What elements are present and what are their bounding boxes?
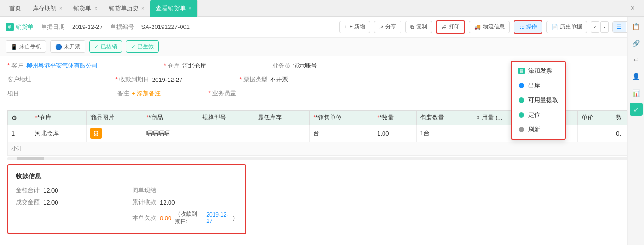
cell-unit: 台 — [310, 125, 373, 142]
print-icon: 🖨 — [441, 24, 447, 30]
transaction-label: 成交金额 — [16, 198, 40, 206]
doc-type: 单 销货单 — [6, 23, 34, 31]
logistics-button[interactable]: 🚚 物流信息 — [469, 21, 510, 33]
operations-button[interactable]: ⚏ 操作 — [514, 20, 542, 34]
cell-index: 1 — [8, 125, 31, 142]
tab-home[interactable]: 首页 — [4, 0, 27, 17]
confirmed-button[interactable]: ✓ 已核销 — [89, 40, 122, 53]
product-image: 🖼 — [90, 128, 102, 139]
dropdown-out-warehouse[interactable]: 出库 — [512, 78, 565, 93]
customer-value[interactable]: 柳州粤港平安气体有限公司 — [26, 62, 98, 70]
available-qty-label: 可用量提取 — [528, 96, 558, 104]
new-button[interactable]: + + 新增 — [339, 21, 370, 33]
th-product: **商品 — [142, 111, 198, 125]
from-phone-button[interactable]: 📱 来自手机 — [6, 40, 46, 53]
add-note-label: 添加备注 — [137, 89, 161, 97]
dropdown-add-invoice[interactable]: ▦ 添加发票 — [512, 63, 565, 78]
tab-view-sales-close[interactable]: × — [188, 6, 191, 11]
effective-label: 已生效 — [137, 43, 154, 51]
cell-pack-qty: 1台 — [416, 125, 472, 142]
cumulative-value: 12.00 — [160, 199, 175, 206]
refresh-label: 刷新 — [528, 125, 540, 134]
note-label: 备注 — [117, 89, 129, 97]
owe-prefix: （收款到期日: — [175, 210, 203, 226]
expand-icon: ⤢ — [633, 106, 639, 113]
list-view-button[interactable]: ☰ — [613, 22, 626, 32]
locate-icon — [518, 112, 525, 118]
share-button[interactable]: ↗ 分享 — [374, 21, 401, 33]
history-button[interactable]: 📄 历史单据 — [546, 21, 587, 33]
print-button[interactable]: 🖨 打印 — [436, 20, 465, 34]
scrollbar-thumb[interactable] — [17, 157, 44, 160]
add-note-icon: + — [132, 90, 136, 97]
doc-header: 单 销货单 单据日期 2019-12-27 单据编号 SA-20191227-0… — [0, 17, 644, 38]
not-open-button[interactable]: 🔵 未开票 — [50, 40, 85, 53]
invoice-icon: 🔵 — [55, 44, 62, 50]
tab-view-sales-label: 查看销货单 — [156, 4, 186, 12]
tab-sales-history-label: 销货单历史 — [109, 4, 139, 12]
payment-transaction: 成交金额 12.00 — [16, 198, 121, 206]
owe-value: 0.00 — [160, 215, 171, 222]
print-label: 打印 — [449, 23, 460, 31]
phone-icon: 📱 — [11, 44, 17, 50]
th-unit: **销售单位 — [310, 111, 373, 125]
owe-due-date: 2019-12-27 — [206, 211, 229, 224]
next-button[interactable]: › — [600, 21, 609, 33]
tab-sales[interactable]: 销货单 × — [68, 0, 103, 17]
doc-type-icon: 单 — [6, 23, 14, 31]
warehouse-label: * 仓库 — [164, 62, 180, 70]
number-value: SA-20191227-001 — [141, 23, 190, 30]
tab-view-sales[interactable]: 查看销货单 × — [150, 0, 197, 17]
copy-button[interactable]: ⧉ 复制 — [405, 21, 432, 33]
customer-label: * 客户 — [7, 62, 23, 70]
tab-inventory-label: 库存期初 — [33, 4, 56, 12]
payment-total-value: 12.00 — [43, 187, 58, 194]
second-toolbar: 📱 来自手机 🔵 未开票 ✓ 已核销 ✓ 已生效 — [0, 38, 644, 56]
sidebar-icon-copy[interactable]: 📋 — [630, 20, 643, 33]
out-warehouse-label: 出库 — [528, 81, 540, 90]
sidebar-icon-chart[interactable]: 📊 — [630, 86, 643, 99]
dropdown-locate[interactable]: 定位 — [512, 108, 565, 122]
cell-warehouse: 河北仓库 — [31, 125, 86, 142]
salesperson-label: * 业务员孟 — [209, 89, 237, 97]
invoice-label: * 票据类型 — [239, 75, 267, 84]
window-close-button[interactable]: × — [625, 4, 640, 12]
add-note-button[interactable]: + 添加备注 — [132, 89, 161, 97]
share-icon: ↗ — [379, 24, 384, 30]
warehouse-value: 河北仓库 — [182, 62, 206, 70]
tab-inventory[interactable]: 库存期初 × — [27, 0, 68, 17]
history-icon: 📄 — [551, 24, 558, 30]
confirmed-label: 已核销 — [101, 43, 117, 51]
copy-icon: ⧉ — [410, 24, 414, 30]
project-label: 项目 — [7, 89, 19, 97]
sidebar-icon-expand[interactable]: ⤢ — [630, 103, 643, 116]
sidebar-icon-link[interactable]: 🔗 — [630, 37, 643, 50]
invoice-value: 不开票 — [270, 75, 288, 84]
new-icon: + — [345, 24, 348, 30]
horizontal-scrollbar[interactable] — [7, 157, 637, 160]
same-order-label: 同单现结 — [132, 186, 156, 194]
tab-sales-history[interactable]: 销货单历史 × — [103, 0, 150, 17]
tab-inventory-close[interactable]: × — [59, 6, 62, 11]
dropdown-available-qty[interactable]: 可用量提取 — [512, 93, 565, 108]
settings-icon: ⚙ — [11, 114, 17, 121]
th-spec: 规格型号 — [198, 111, 254, 125]
th-settings[interactable]: ⚙ — [8, 111, 31, 125]
dropdown-refresh[interactable]: 刷新 — [512, 122, 565, 137]
cell-image: 🖼 — [87, 125, 142, 142]
warehouse-field: * 仓库 河北仓库 — [164, 62, 207, 70]
th-quantity: **数量 — [373, 111, 416, 125]
sidebar-icon-user[interactable]: 👤 — [630, 70, 643, 83]
tab-sales-close[interactable]: × — [94, 6, 97, 11]
tab-bar: 首页 库存期初 × 销货单 × 销货单历史 × 查看销货单 × × — [0, 0, 644, 17]
payment-grid: 金额合计 12.00 同单现结 — 成交金额 12.00 累计收款 12.00 — [16, 186, 238, 226]
tab-sales-history-close[interactable]: × — [141, 6, 144, 11]
available-qty-icon — [518, 97, 525, 103]
project-field: 项目 — — [7, 89, 28, 97]
prev-button[interactable]: ‹ — [591, 21, 599, 33]
sidebar-icon-return[interactable]: ↩ — [630, 53, 643, 66]
refresh-icon — [518, 126, 525, 133]
th-price: 单价 — [577, 111, 612, 125]
effective-button[interactable]: ✓ 已生效 — [126, 40, 159, 53]
add-invoice-label: 添加发票 — [528, 67, 552, 75]
